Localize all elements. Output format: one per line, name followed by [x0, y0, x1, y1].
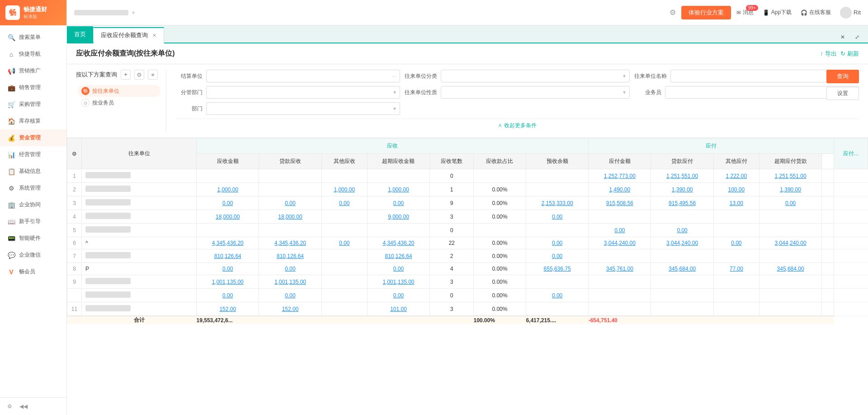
tab-balance[interactable]: 应收应付余额查询 ✕ [94, 27, 164, 43]
app-icon: 📱 [763, 10, 769, 16]
table-row: 7810,126.64810,126.64810,126.6420.00%0.0… [67, 249, 868, 263]
setting-button[interactable]: 设置 [826, 87, 859, 100]
settlement-unit-input[interactable]: ··· [206, 70, 400, 82]
settings-bottom-icon[interactable]: ⚙ [7, 403, 12, 410]
col-partner: 往来单位 [82, 138, 197, 169]
tab-home-label: 首页 [74, 30, 86, 38]
sidebar-item-marketing[interactable]: 📢 营销推广 [0, 62, 66, 79]
filter-partner-name: 往来单位名称 [634, 70, 859, 82]
partner-category-select[interactable]: ▾ [441, 70, 629, 82]
sidebar-label-sales: 销售管理 [19, 84, 41, 91]
col-loan-payable: 贷款应付 [651, 154, 713, 169]
tab-home[interactable]: 首页 [67, 26, 94, 43]
main-content: 应收应付余额查询(按往来单位) ↑ 导出 ↻ 刷新 按以下方案查询 + ⊙ « [67, 43, 868, 415]
filter-label: 按以下方案查询 [76, 71, 117, 79]
message-icon: ✉ [736, 10, 741, 16]
col-receivable-amount: 应收金额 [197, 154, 259, 169]
sidebar: 畅 畅捷通财 标准版 🔍 搜索菜单 ⌂ 快捷导航 📢 营销推广 💼 销售管理 🛒… [0, 0, 67, 415]
table-footer-row: 合计 19,553,472,6... 100.00% 6,417,215....… [67, 316, 868, 324]
col-overdue-payable: 超期应付货款 [759, 154, 821, 169]
operation-icon: 📊 [7, 151, 15, 158]
filter-salesperson: 业务员 ··· [634, 86, 859, 99]
sidebar-item-wechat[interactable]: 💬 企业微信 [0, 247, 66, 263]
user-profile[interactable]: Rit [840, 7, 861, 19]
close-window-icon[interactable]: ✕ [837, 32, 848, 43]
user-avatar [840, 7, 852, 19]
partner-nature-label: 往来单位性质 [405, 89, 437, 96]
sidebar-label-marketing: 营销推广 [19, 67, 41, 75]
user-name: Rit [854, 9, 861, 16]
sidebar-item-search[interactable]: 🔍 搜索菜单 [0, 29, 66, 46]
message-button[interactable]: ✉ 消息 99+ [736, 9, 754, 16]
sidebar-label-search: 搜索菜单 [19, 33, 41, 41]
service-button[interactable]: 🎧 在线客服 [801, 9, 831, 16]
sidebar-item-basic[interactable]: 📋 基础信息 [0, 163, 66, 180]
dept-manager-label: 分管部门 [175, 89, 203, 96]
logo-tag: 标准版 [24, 14, 47, 20]
footer-prepaid-balance: 6,417,215.... [526, 316, 588, 324]
collapse-more-btn[interactable]: ∧ 收起更多条件 [175, 119, 859, 132]
filter-dept: 部门 ▾ [175, 102, 400, 115]
partner-category-label: 往来单位分类 [405, 72, 437, 80]
filter-schemes: 畅 按往来单位 ⊙ 按业务员 [78, 85, 160, 109]
sidebar-item-corp[interactable]: 🏢 企业协同 [0, 196, 66, 213]
chevron-up-icon: ∧ [498, 122, 502, 129]
sidebar-item-operation[interactable]: 📊 经营管理 [0, 146, 66, 163]
sidebar-logo: 畅 畅捷通财 标准版 [0, 0, 66, 25]
settings-filter-btn[interactable]: ⊙ [134, 70, 144, 80]
sidebar-item-finance[interactable]: 💰 资金管理 [0, 129, 66, 146]
table-row: 8P0.000.000.0040.00%655,636.75345,761.00… [67, 263, 868, 275]
dept-select[interactable]: ▾ [206, 102, 400, 115]
add-filter-btn[interactable]: + [121, 70, 131, 80]
sidebar-item-purchase[interactable]: 🛒 采购管理 [0, 96, 66, 113]
dept-manager-select[interactable]: ▾ [206, 86, 400, 99]
filter-header: 按以下方案查询 + ⊙ « [76, 70, 160, 80]
sidebar-label-wechat: 企业微信 [19, 251, 41, 259]
sidebar-item-hardware[interactable]: 📟 智能硬件 [0, 230, 66, 247]
sidebar-label-member: 畅会员 [19, 268, 35, 276]
expand-window-icon[interactable]: ⤢ [852, 32, 863, 43]
scheme-salesperson[interactable]: ⊙ 按业务员 [78, 97, 160, 109]
export-icon: ↑ [821, 50, 824, 57]
sidebar-item-sales[interactable]: 💼 销售管理 [0, 79, 66, 96]
col-other-receivable: 其他应收 [321, 154, 367, 169]
sidebar-item-quick[interactable]: ⌂ 快捷导航 [0, 46, 66, 62]
sidebar-item-inventory[interactable]: 🏠 库存核算 [0, 113, 66, 129]
tab-bar-actions: ✕ ⤢ [837, 32, 868, 43]
marketing-icon: 📢 [7, 67, 15, 75]
data-table: ⚙ 往来单位 应收 应付 应付... 应收金额 贷款应收 其他应收 超期应收金额… [67, 138, 868, 324]
corp-icon: 🏢 [7, 201, 15, 209]
col-group-payable: 应付 [589, 138, 834, 154]
member-icon: V [7, 268, 15, 276]
sidebar-item-guide[interactable]: 📖 新手引导 [0, 213, 66, 230]
collapse-filter-btn[interactable]: « [148, 70, 158, 80]
partner-nature-select[interactable]: ▾ [441, 86, 629, 99]
service-icon: 🎧 [801, 10, 807, 16]
sidebar-bottom: ⚙ ◀◀ [0, 397, 66, 415]
dept-label: 部门 [175, 105, 203, 113]
col-settings[interactable]: ⚙ [67, 138, 82, 169]
footer-receivable-ratio: 100.00% [474, 316, 526, 324]
scheme-partner[interactable]: 畅 按往来单位 [78, 85, 160, 97]
breadcrumb: ▾ [74, 10, 664, 16]
page-actions: ↑ 导出 ↻ 刷新 [821, 50, 859, 58]
gear-icon[interactable]: ⚙ [670, 8, 676, 17]
refresh-button[interactable]: ↻ 刷新 [840, 50, 859, 58]
industry-plan-button[interactable]: 体验行业方案 [681, 6, 731, 19]
col-other-payable: 其他应付 [713, 154, 759, 169]
sidebar-item-member[interactable]: V 畅会员 [0, 263, 66, 280]
sidebar-label-system: 系统管理 [19, 184, 41, 192]
tab-close-icon[interactable]: ✕ [152, 33, 156, 38]
sidebar-item-system[interactable]: ⚙ 系统管理 [0, 180, 66, 196]
export-button[interactable]: ↑ 导出 [821, 50, 837, 58]
sales-icon: 💼 [7, 84, 15, 91]
collapse-sidebar-icon[interactable]: ◀◀ [19, 403, 28, 410]
home-icon: ⌂ [7, 51, 15, 58]
app-download-button[interactable]: 📱 App下载 [763, 9, 792, 16]
breadcrumb-text [74, 10, 128, 15]
query-button[interactable]: 查询 [826, 70, 859, 83]
table-row: 500.000.00 [67, 224, 868, 237]
filter-settlement-unit: 结算单位 ··· [175, 70, 400, 82]
system-icon: ⚙ [7, 185, 15, 192]
sidebar-label-corp: 企业协同 [19, 201, 41, 209]
